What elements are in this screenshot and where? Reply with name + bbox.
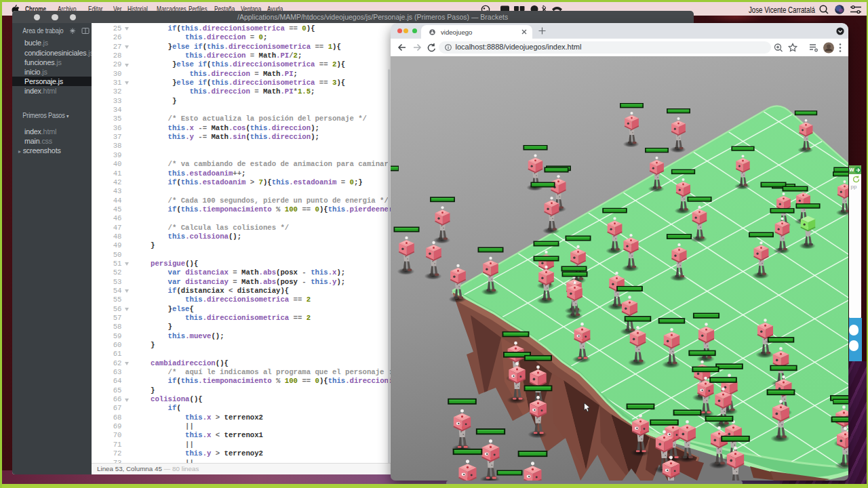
svg-text:Jose Vicente Carratalá: Jose Vicente Carratalá [749, 4, 816, 14]
